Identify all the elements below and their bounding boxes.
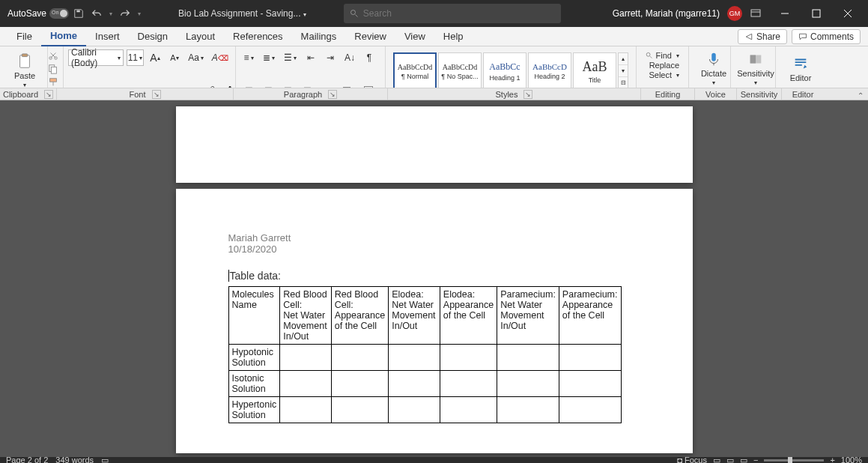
svg-point-11 [646,52,650,56]
tab-references[interactable]: References [224,27,291,46]
zoom-level[interactable]: 100% [841,457,862,463]
style-heading1[interactable]: AaBbCcHeading 1 [483,52,526,90]
select-button[interactable]: Select▾ [646,70,679,79]
increase-indent-button[interactable]: ⇥ [322,49,339,66]
share-icon [744,32,753,41]
document-canvas[interactable]: Mariah Garrett 10/18/2020 Table data: Mo… [0,100,868,457]
format-painter-icon[interactable] [48,77,58,88]
search-input[interactable] [363,8,555,19]
table-header-row: Molecules Name Red Blood Cell:Net Water … [228,287,621,345]
svg-point-1 [350,10,355,15]
font-size-select[interactable]: 11▾ [127,49,144,66]
styles-scroll[interactable]: ▴▾⊟ [618,52,628,90]
change-case-button[interactable]: Aa▾ [186,49,206,66]
dictate-button[interactable]: Dictate▾ [694,49,734,88]
font-launcher[interactable]: ↘ [152,90,161,99]
status-page[interactable]: Page 2 of 2 [6,457,48,463]
header-cell: Paramecium:Appearance of the Cell [559,287,621,345]
editor-button[interactable]: Editor [780,49,821,88]
cut-icon[interactable] [48,50,58,61]
sensitivity-button[interactable]: Sensitivity▾ [735,49,776,88]
find-button[interactable]: Find▾ [646,51,679,60]
redo-icon[interactable] [120,8,130,19]
clear-formatting-button[interactable]: A⌫ [209,49,231,66]
view-print-icon[interactable]: ▭ [726,457,734,463]
share-button[interactable]: Share [738,29,787,44]
search-box[interactable] [344,4,561,23]
svg-rect-5 [22,53,27,56]
autosave-toggle[interactable]: AutoSave On [7,8,69,19]
styles-gallery[interactable]: AaBbCcDd¶ Normal AaBbCcDd¶ No Spac... Aa… [390,49,631,93]
zoom-out-button[interactable]: − [753,457,758,463]
grow-font-button[interactable]: A▴ [147,49,163,66]
tab-mailings[interactable]: Mailings [292,27,346,46]
zoom-slider[interactable] [764,459,824,462]
view-web-icon[interactable]: ▭ [740,457,747,463]
header-cell: Molecules Name [228,287,280,345]
style-normal[interactable]: AaBbCcDd¶ Normal [393,52,437,90]
shrink-font-button[interactable]: A▾ [166,49,183,66]
show-marks-button[interactable]: ¶ [361,49,377,66]
undo-more-icon[interactable]: ▾ [109,10,112,17]
header-cell: Elodea:Appearance of the Cell [440,287,497,345]
editor-icon [792,55,809,72]
maximize-button[interactable] [801,0,832,27]
document-title[interactable]: Bio Lab Assignment - Saving... ▾ [178,8,306,19]
ribbon-display-icon[interactable] [750,7,762,19]
bullets-button[interactable]: ≡▾ [240,49,257,66]
save-icon[interactable] [73,8,84,19]
close-button[interactable] [832,0,864,27]
collapse-ribbon-icon[interactable]: ⌃ [858,91,864,100]
user-name[interactable]: Garrett, Mariah (mgarre11) [613,8,720,19]
svg-rect-3 [813,10,820,17]
comments-button[interactable]: Comments [792,29,861,44]
tab-layout[interactable]: Layout [177,27,224,46]
replace-button[interactable]: Replace [646,61,679,70]
style-heading2[interactable]: AaBbCcDHeading 2 [528,52,571,90]
undo-icon[interactable] [91,8,102,19]
styles-launcher[interactable]: ↘ [523,90,532,99]
mic-icon [705,51,722,67]
font-name-select[interactable]: Calibri (Body)▾ [68,49,124,66]
clipboard-launcher[interactable]: ↘ [44,90,53,99]
tab-review[interactable]: Review [345,27,395,46]
header-cell: Elodea:Net Water Movement In/Out [389,287,440,345]
svg-rect-4 [20,55,30,67]
decrease-indent-button[interactable]: ⇤ [303,49,319,66]
svg-rect-0 [76,10,79,13]
numbering-button[interactable]: ≣▾ [260,49,278,66]
copy-icon[interactable] [48,64,58,74]
find-icon [646,51,653,60]
tab-view[interactable]: View [395,27,434,46]
paragraph-launcher[interactable]: ↘ [328,90,337,99]
svg-rect-2 [751,10,760,16]
avatar[interactable]: GM [727,6,742,21]
minimize-button[interactable] [769,0,801,27]
table-row: Hypotonic Solution [228,345,621,371]
tab-insert[interactable]: Insert [86,27,129,46]
qat-customize-icon[interactable]: ▾ [138,10,141,17]
header-cell: Red Blood Cell:Net Water Movement In/Out [280,287,332,345]
tab-file[interactable]: File [7,27,41,46]
paste-button[interactable]: Paste ▾ [4,49,45,91]
tab-help[interactable]: Help [434,27,473,46]
header-cell: Paramecium:Net Water Movement In/Out [497,287,559,345]
tab-design[interactable]: Design [129,27,177,46]
spellcheck-icon[interactable]: ▭ [101,457,109,463]
comment-icon [798,32,807,41]
sort-button[interactable]: A↓ [342,49,358,66]
focus-mode-button[interactable]: ◘ Focus [677,457,707,463]
style-no-spacing[interactable]: AaBbCcDd¶ No Spac... [438,52,482,90]
style-title[interactable]: AaBTitle [573,52,616,90]
ribbon: Paste ▾ Calibri (Body)▾ 11▾ A▴ A▾ Aa▾ A⌫… [0,46,868,100]
status-words[interactable]: 349 words [55,457,94,463]
ribbon-group-labels: Clipboard↘ Font↘ Paragraph↘ Styles↘ Edit… [0,88,868,100]
view-read-icon[interactable]: ▭ [713,457,720,463]
svg-rect-12 [711,53,716,61]
zoom-in-button[interactable]: + [830,457,834,463]
page-2: Mariah Garrett 10/18/2020 Table data: Mo… [176,189,693,453]
header-cell: Red Blood Cell:Appearance of the Cell [331,287,388,345]
svg-rect-10 [50,78,57,81]
multilevel-button[interactable]: ☰▾ [281,49,300,66]
tab-home[interactable]: Home [41,27,86,46]
